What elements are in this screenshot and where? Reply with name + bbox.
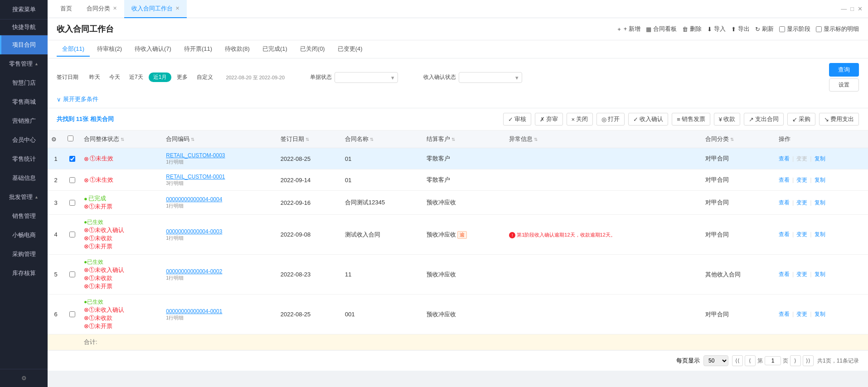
sidebar-item-sales-mgmt[interactable]: 小畅电商 — [0, 226, 48, 245]
contract-code-link[interactable]: 00000000000004-0001 — [166, 308, 222, 314]
contract-code-link[interactable]: RETAIL_CUSTOM-0001 — [166, 174, 225, 180]
sidebar-item-retail-mgmt[interactable]: 零售管理 ▲ — [0, 54, 48, 73]
sidebar-item-project[interactable]: 项目合同 — [0, 35, 48, 54]
col-settings[interactable]: ⚙ — [48, 131, 64, 148]
set-button[interactable]: 设置 — [829, 78, 859, 92]
doc-status-select[interactable] — [335, 72, 398, 83]
show-detail-checkbox[interactable]: 显示标的明细 — [816, 25, 859, 33]
tab-close-income-workbench[interactable]: ✕ — [175, 5, 179, 11]
sidebar-item-retail-stats[interactable]: 零售统计 — [0, 150, 48, 169]
op-变更[interactable]: 变更 — [796, 155, 807, 163]
op-查看[interactable]: 查看 — [779, 231, 790, 238]
op-复制[interactable]: 复制 — [815, 231, 825, 238]
col-abnormal[interactable]: 异常信息⇅ — [505, 131, 702, 148]
prev-page-btn[interactable]: ⟨ — [745, 355, 756, 366]
date-btn-custom[interactable]: 自定义 — [193, 73, 217, 82]
op-查看[interactable]: 查看 — [779, 310, 790, 318]
import-button[interactable]: ⬇ 导入 — [707, 25, 726, 33]
col-customer[interactable]: 结算客户⇅ — [423, 131, 505, 148]
action-abandon[interactable]: ✗ 弃审 — [535, 113, 563, 126]
op-变更[interactable]: 变更 — [796, 199, 807, 207]
minimize-btn[interactable]: — — [841, 5, 847, 12]
op-复制[interactable]: 复制 — [815, 271, 825, 278]
export-button[interactable]: ⬆ 导出 — [731, 25, 750, 33]
sidebar-item-marketing[interactable]: 营销推广 — [0, 111, 48, 131]
date-btn-last7[interactable]: 近7天 — [126, 73, 147, 82]
date-btn-today[interactable]: 今天 — [106, 73, 124, 82]
action-collect[interactable]: ¥ 收款 — [714, 113, 740, 126]
sub-tab-completed[interactable]: 已完成(1) — [257, 42, 293, 57]
sidebar-item-marketing2[interactable]: 销售管理 — [0, 207, 48, 226]
action-purchase[interactable]: ↙ 采购 — [787, 113, 815, 126]
sidebar-settings[interactable]: ⚙ — [0, 369, 48, 387]
sub-tab-all[interactable]: 全部(11) — [57, 42, 90, 57]
op-复制[interactable]: 复制 — [815, 155, 825, 163]
col-sign-date[interactable]: 签订日期⇅ — [277, 131, 341, 148]
income-confirm-select[interactable] — [459, 72, 522, 83]
close-btn[interactable]: ✕ — [858, 5, 863, 12]
first-page-btn[interactable]: ⟨⟨ — [732, 355, 743, 366]
op-查看[interactable]: 查看 — [779, 199, 790, 207]
refresh-button[interactable]: ↻ 刷新 — [755, 25, 774, 33]
row-checkbox[interactable] — [69, 156, 75, 162]
contract-code-link[interactable]: RETAIL_CUSTOM-0003 — [166, 152, 225, 159]
op-查看[interactable]: 查看 — [779, 271, 790, 278]
date-btn-last1month[interactable]: 近1月 — [149, 73, 172, 82]
action-expense-out[interactable]: ↘ 费用支出 — [819, 113, 859, 126]
row-checkbox[interactable] — [69, 200, 75, 206]
op-复制[interactable]: 复制 — [815, 199, 825, 207]
sidebar-item-basic-info[interactable]: 基础信息 — [0, 169, 48, 188]
row-checkbox[interactable] — [69, 271, 75, 277]
op-查看[interactable]: 查看 — [779, 155, 790, 163]
query-button[interactable]: 查询 — [829, 63, 859, 77]
page-input[interactable] — [765, 356, 781, 365]
next-page-btn[interactable]: ⟩ — [790, 355, 801, 366]
maximize-btn[interactable]: □ — [850, 5, 854, 12]
sub-tab-pending-confirm[interactable]: 待收入确认(7) — [129, 42, 177, 57]
date-btn-yesterday[interactable]: 昨天 — [86, 73, 104, 82]
tab-contract-cat[interactable]: 合同分类 ✕ — [79, 0, 124, 18]
row-checkbox[interactable] — [69, 232, 75, 237]
select-all-checkbox[interactable] — [68, 135, 73, 141]
tab-income-workbench[interactable]: 收入合同工作台 ✕ — [124, 0, 187, 18]
row-checkbox[interactable] — [69, 177, 75, 183]
tab-home[interactable]: 首页 — [53, 0, 79, 18]
row-checkbox[interactable] — [69, 311, 75, 317]
op-复制[interactable]: 复制 — [815, 310, 825, 318]
show-stage-checkbox[interactable]: 显示阶段 — [779, 25, 810, 33]
last-page-btn[interactable]: ⟩⟩ — [803, 355, 814, 366]
delete-button[interactable]: 🗑 删除 — [682, 25, 702, 33]
expand-more-btn[interactable]: ∨ 展开更多条件 — [57, 95, 859, 103]
contract-code-link[interactable]: 00000000000004-0002 — [166, 268, 222, 275]
col-code[interactable]: 合同编码⇅ — [162, 131, 276, 148]
sub-tab-closed[interactable]: 已关闭(0) — [295, 42, 330, 57]
sub-tab-pending-payment[interactable]: 待收款(8) — [219, 42, 255, 57]
sidebar-item-wholesale-mgmt[interactable]: 批发管理 ▲ — [0, 188, 48, 207]
contract-code-link[interactable]: 00000000000004-0004 — [166, 196, 222, 203]
sidebar-item-inventory[interactable] — [0, 283, 48, 294]
col-name[interactable]: 合同名称⇅ — [341, 131, 423, 148]
sub-tab-changed[interactable]: 已变更(4) — [332, 42, 368, 57]
sidebar-search[interactable]: 搜索菜单 — [0, 0, 48, 19]
date-btn-more[interactable]: 更多 — [173, 73, 191, 82]
contract-board-button[interactable]: ▦ 合同看板 — [646, 25, 677, 33]
sidebar-item-retail-mall[interactable]: 零售商城 — [0, 92, 48, 111]
new-button[interactable]: + + 新增 — [617, 25, 640, 33]
action-review[interactable]: ✓ 审核 — [503, 113, 531, 126]
page-size-select[interactable]: 50 10 20 100 — [703, 355, 728, 366]
col-category[interactable]: 合同分类⇅ — [702, 131, 775, 148]
sub-tab-pending-invoice[interactable]: 待开票(11) — [179, 42, 218, 57]
action-income-confirm[interactable]: ✓ 收入确认 — [628, 113, 668, 126]
sidebar-item-ecommerce[interactable]: 采购管理 — [0, 245, 48, 264]
action-expense-contract[interactable]: ↗ 支出合同 — [744, 113, 784, 126]
op-变更[interactable]: 变更 — [796, 231, 807, 238]
action-open[interactable]: ◎ 打开 — [596, 113, 625, 126]
col-status[interactable]: 合同整体状态⇅ — [80, 131, 162, 148]
op-复制[interactable]: 复制 — [815, 176, 825, 184]
op-查看[interactable]: 查看 — [779, 176, 790, 184]
sidebar-item-smart-store[interactable]: 智慧门店 — [0, 73, 48, 92]
action-close[interactable]: × 关闭 — [567, 113, 593, 126]
sub-tab-pending-review[interactable]: 待审核(2) — [92, 42, 127, 57]
contract-code-link[interactable]: 00000000000004-0003 — [166, 228, 222, 235]
sidebar-item-purchase[interactable]: 库存核算 — [0, 264, 48, 283]
